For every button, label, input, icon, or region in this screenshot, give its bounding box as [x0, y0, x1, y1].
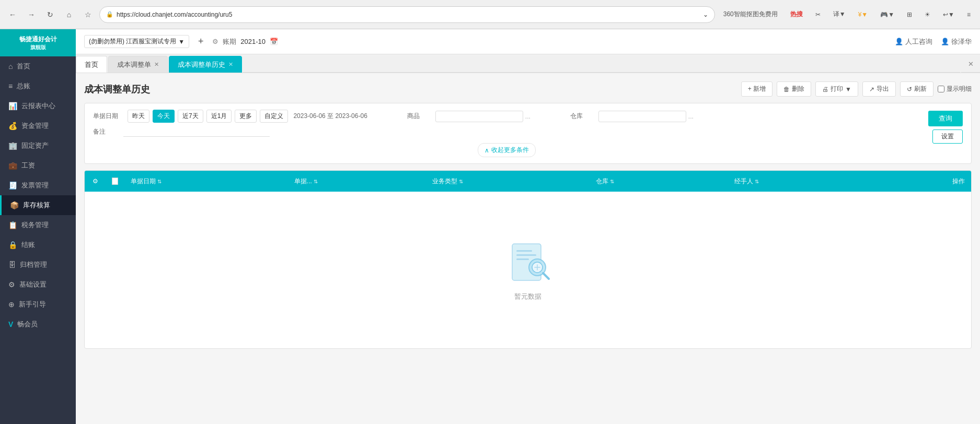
- th-no[interactable]: 单据... ⇅: [288, 177, 426, 186]
- goods-more-btn[interactable]: ...: [525, 113, 531, 120]
- table-header: ⚙ 单据日期 ⇅ 单据... ⇅: [85, 171, 971, 192]
- date-sort-icon[interactable]: ⇅: [157, 179, 162, 184]
- service-btn[interactable]: 👤 人工咨询: [895, 37, 932, 46]
- sidebar-item-tax[interactable]: 📋 税务管理: [0, 215, 76, 235]
- th-date[interactable]: 单据日期 ⇅: [124, 177, 288, 186]
- new-btn[interactable]: + 新增: [741, 81, 773, 97]
- tab-cost-adjust[interactable]: 成本调整单 ✕: [108, 56, 168, 73]
- sidebar-item-settings[interactable]: ⚙ 基础设置: [0, 275, 76, 295]
- notes-input[interactable]: [123, 127, 270, 137]
- collapse-btn[interactable]: ∧ 收起更多条件: [478, 143, 536, 157]
- filter-settings-btn[interactable]: 设置: [932, 129, 963, 144]
- tab-cost-adjust-close[interactable]: ✕: [154, 61, 159, 68]
- sidebar-item-archive[interactable]: 🗄 归档管理: [0, 255, 76, 275]
- sidebar-item-invoice[interactable]: 🧾 发票管理: [0, 175, 76, 195]
- refresh-icon: ↺: [907, 86, 912, 93]
- warehouse-input[interactable]: [598, 111, 686, 122]
- th-warehouse[interactable]: 仓库 ⇅: [590, 177, 728, 186]
- export-label: 导出: [877, 85, 889, 93]
- back-button[interactable]: ←: [5, 7, 20, 22]
- date-btn-yesterday[interactable]: 昨天: [128, 110, 149, 123]
- game-btn[interactable]: 🎮▼: [876, 9, 898, 20]
- date-btn-more[interactable]: 更多: [235, 110, 257, 123]
- bookmark-button[interactable]: ☆: [80, 7, 95, 22]
- tab-cost-adjust-history-close[interactable]: ✕: [228, 61, 233, 68]
- refresh-btn[interactable]: ↺ 刷新: [900, 81, 933, 97]
- scissors-btn[interactable]: ✂: [811, 9, 825, 20]
- goods-filter: 商品 ...: [407, 111, 531, 122]
- sidebar-item-ledger[interactable]: ≡ 总账: [0, 76, 76, 96]
- home-button[interactable]: ⌂: [62, 7, 76, 22]
- calendar-icon[interactable]: 📅: [270, 38, 278, 45]
- warehouse-more-btn[interactable]: ...: [688, 113, 694, 120]
- ledger-icon: ≡: [8, 82, 13, 90]
- sidebar-label-guide: 新手引导: [19, 300, 46, 309]
- date-filter-row: 单据日期 昨天 今天 近7天 近1月 更多 自定义 2023-06-06 至 2…: [93, 110, 920, 123]
- apps-btn[interactable]: ⊞: [903, 9, 916, 20]
- table-settings-icon[interactable]: ⚙: [93, 178, 98, 185]
- date-btn-7days[interactable]: 近7天: [178, 110, 203, 123]
- coin-btn[interactable]: ¥▼: [854, 9, 872, 20]
- tab-cost-adjust-history[interactable]: 成本调整单历史 ✕: [169, 56, 242, 73]
- query-btn[interactable]: 查询: [928, 111, 963, 126]
- sidebar-item-reports[interactable]: 📊 云报表中心: [0, 96, 76, 116]
- forward-button[interactable]: →: [24, 7, 39, 22]
- sidebar-item-checkout[interactable]: 🔒 结账: [0, 235, 76, 255]
- th-operator[interactable]: 经手人 ⇅: [728, 177, 929, 186]
- th-no-label: 单据...: [294, 177, 312, 186]
- top-bar: (勿删勿禁用) 江西服宝测试专用 ▼ + ⚙ 账期 2021-10 📅 👤 人工…: [76, 29, 980, 54]
- show-columns-toggle[interactable]: 显示明细: [938, 85, 972, 93]
- sidebar-item-fixed[interactable]: 🏢 固定资产: [0, 136, 76, 156]
- date-btn-custom[interactable]: 自定义: [260, 110, 288, 123]
- company-selector[interactable]: (勿删勿禁用) 江西服宝测试专用 ▼: [84, 35, 189, 48]
- sidebar-item-member[interactable]: V 畅会员: [0, 314, 76, 334]
- header-checkbox[interactable]: [112, 178, 118, 185]
- svg-rect-1: [516, 250, 532, 252]
- empty-text: 暂元数据: [514, 292, 541, 301]
- service-label: 人工咨询: [905, 37, 932, 46]
- th-settings[interactable]: ⚙: [85, 178, 106, 185]
- th-type-label: 业务类型: [432, 177, 457, 186]
- translate-btn[interactable]: 译▼: [829, 8, 850, 21]
- th-check[interactable]: [106, 178, 124, 185]
- goods-input[interactable]: [435, 111, 523, 122]
- date-btn-1month[interactable]: 近1月: [206, 110, 232, 123]
- svg-rect-3: [516, 258, 529, 260]
- tab-home[interactable]: 首页: [76, 56, 107, 73]
- filter-area: 单据日期 昨天 今天 近7天 近1月 更多 自定义 2023-06-06 至 2…: [84, 103, 972, 164]
- menu-btn[interactable]: ≡: [963, 9, 975, 20]
- th-date-label: 单据日期: [131, 177, 156, 186]
- user-profile[interactable]: 👤 徐泽华: [941, 37, 972, 46]
- brightness-btn[interactable]: ☀: [920, 9, 935, 20]
- date-btn-today[interactable]: 今天: [153, 110, 175, 123]
- sidebar-label-home: 首页: [17, 62, 30, 71]
- close-all-tabs-btn[interactable]: ✕: [961, 56, 980, 73]
- add-company-btn[interactable]: +: [193, 34, 208, 49]
- sidebar-item-funds[interactable]: 💰 资金管理: [0, 116, 76, 136]
- delete-btn[interactable]: 🗑 删除: [777, 81, 811, 97]
- delete-label: 删除: [792, 85, 804, 93]
- sidebar-item-home[interactable]: ⌂ 首页: [0, 56, 76, 76]
- export-btn[interactable]: ↗ 导出: [862, 81, 896, 97]
- tab-cost-adjust-label: 成本调整单: [117, 60, 151, 69]
- sidebar-label-reports: 云报表中心: [21, 101, 55, 111]
- settings-wheel-btn[interactable]: ⚙: [212, 38, 218, 45]
- refresh-button[interactable]: ↻: [43, 7, 57, 22]
- th-actions: 操作: [929, 177, 971, 186]
- sidebar-item-guide[interactable]: ⊕ 新手引导: [0, 295, 76, 314]
- print-btn[interactable]: 🖨 打印 ▼: [815, 81, 858, 97]
- period-label: 账期: [223, 37, 236, 46]
- undo-btn[interactable]: ↩▼: [939, 9, 959, 20]
- warehouse-sort-icon[interactable]: ⇅: [610, 179, 614, 184]
- no-sort-icon[interactable]: ⇅: [314, 179, 318, 184]
- sidebar-item-payroll[interactable]: 💼 工资: [0, 156, 76, 175]
- payroll-icon: 💼: [8, 161, 17, 170]
- empty-illustration: [502, 239, 554, 286]
- operator-sort-icon[interactable]: ⇅: [755, 179, 759, 184]
- sidebar-item-inventory[interactable]: 📦 库存核算: [0, 195, 76, 215]
- type-sort-icon[interactable]: ⇅: [459, 179, 463, 184]
- address-bar[interactable]: 🔒 https://cloud.chanjet.com/accounting/u…: [99, 6, 715, 23]
- th-type[interactable]: 业务类型 ⇅: [426, 177, 590, 186]
- home-icon: ⌂: [8, 62, 13, 70]
- show-columns-checkbox[interactable]: [938, 86, 944, 92]
